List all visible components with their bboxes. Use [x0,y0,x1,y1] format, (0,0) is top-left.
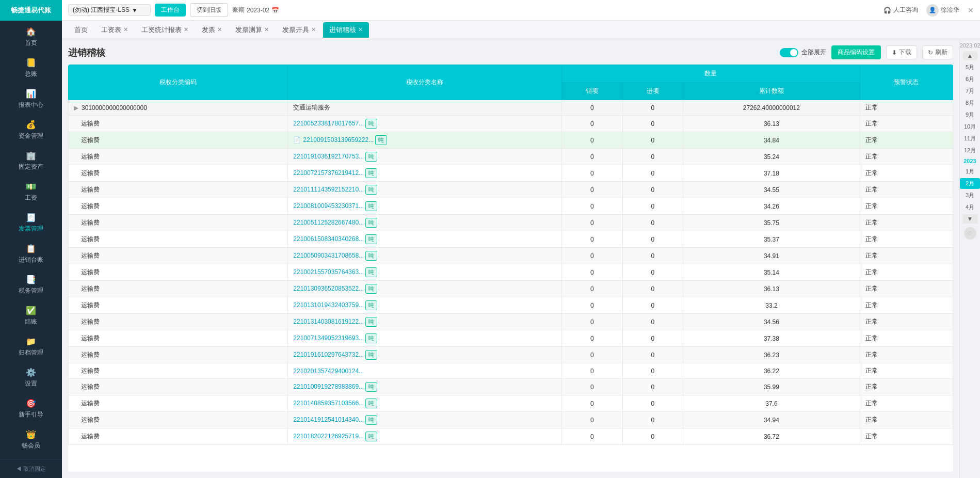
cell-jinxiang: 0 [622,379,683,395]
sidebar-item-assets[interactable]: 🏢 固定资产 [0,145,62,176]
cell-xiaoxiang: 0 [562,428,623,445]
tab-close-icon[interactable]: ✕ [311,26,316,33]
rp-month-8[interactable]: 8月 [960,98,980,108]
sidebar-item-sales[interactable]: 📋 进销台账 [0,237,62,268]
user-profile[interactable]: 👤 徐淦华 [926,4,959,17]
table-row: 运输费2210051125282667480... 吨0035.75正常 [69,215,953,231]
cell-leiji: 36.72 [683,428,860,445]
rp-month-7[interactable]: 7月 [960,86,980,97]
tab-close-icon[interactable]: ✕ [358,26,363,33]
cell-invoice-id: 2210191036192170753... 吨 [288,149,562,165]
sidebar-item-settings[interactable]: ⚙️ 设置 [0,361,62,392]
sidebar-collapse[interactable]: ◀ 取消固定 [0,459,62,478]
sidebar-item-ledger[interactable]: 📒 总账 [0,52,62,83]
funds-icon: 💰 [26,120,36,130]
cell-invoice-id: 2210131403081619122... 吨 [288,314,562,330]
cell-status: 正常 [860,264,953,281]
download-button[interactable]: ⬇ 下载 [886,45,917,59]
table-row: 运输费2210081009453230371... 吨0034.26正常 [69,198,953,215]
sidebar-item-reports[interactable]: 📊 报表中心 [0,83,62,114]
cell-invoice-id: 2210081009453230371... 吨 [288,198,562,215]
tab-invoice[interactable]: 发票 ✕ [196,22,228,38]
cell-invoice-id: 📄2210091503139659222... 吨 [288,132,562,149]
cell-status: 正常 [860,198,953,215]
tab-close-icon[interactable]: ✕ [217,26,222,33]
tab-reconcile-label: 进销稽核 [329,25,356,35]
sidebar-item-salary[interactable]: 💵 工资 [0,176,62,206]
tab-close-icon[interactable]: ✕ [264,26,269,33]
sidebar-item-archive[interactable]: 📁 归档管理 [0,330,62,361]
salary-icon: 💵 [26,182,36,192]
cell-leiji: 36.23 [683,347,860,363]
cell-status: 正常 [860,412,953,428]
cell-xiaoxiang: 0 [562,132,623,149]
sidebar-item-checkout[interactable]: ✅ 结账 [0,299,62,330]
rp-month-5[interactable]: 5月 [960,62,980,73]
cell-status: 正常 [860,347,953,363]
rp-month-12[interactable]: 12月 [960,145,980,156]
tab-close-icon[interactable]: ✕ [123,26,128,33]
sidebar: 畅捷通易代账 🏠 首页 📒 总账 📊 报表中心 💰 资金管理 🏢 固定资产 💵 … [0,0,62,478]
tab-home[interactable]: 首页 [68,22,94,38]
username: 徐淦华 [941,6,959,14]
tab-salary-report[interactable]: 工资统计报表 ✕ [135,22,195,38]
cell-xiaoxiang: 0 [562,330,623,347]
col-status-header: 预警状态 [860,65,953,100]
workbench-button[interactable]: 工作台 [155,4,186,17]
checkout-icon: ✅ [26,306,36,315]
table-row: 运输费2210131403081619122... 吨0034.56正常 [69,314,953,330]
switch-version-button[interactable]: 切到旧版 [190,3,228,17]
cell-leiji: 27262.40000000012 [683,100,860,116]
sidebar-item-label: 结账 [25,317,37,326]
refresh-button[interactable]: ↻ 刷新 [922,45,953,59]
cell-code: 运输费 [69,297,288,314]
rp-down-button[interactable]: ▼ [963,214,977,224]
data-table-wrapper: 税收分类编码 税收分类名称 数量 预警状态 销项 进项 累计数额 ▶301000… [68,65,953,472]
sidebar-item-home[interactable]: 🏠 首页 [0,21,62,52]
tab-salary-table[interactable]: 工资表 ✕ [95,22,134,38]
cell-code: 运输费 [69,330,288,347]
sidebar-item-funds[interactable]: 💰 资金管理 [0,114,62,145]
tag-wu: 吨 [365,251,377,261]
rp-month-11[interactable]: 11月 [960,133,980,144]
service-link[interactable]: 🎧 人工咨询 [883,6,918,14]
cell-jinxiang: 0 [622,100,683,116]
rp-month-6[interactable]: 6月 [960,74,980,85]
cell-invoice-id: 2210050903431708658... 吨 [288,248,562,264]
tab-reconcile[interactable]: 进销稽核 ✕ [323,22,369,38]
table-row: 运输费2210061508340340268... 吨0035.37正常 [69,231,953,248]
rp-month-2[interactable]: 2月 [960,178,980,189]
company-selector[interactable]: (勿动) 江西报宝-LSS ▼ [68,4,151,16]
cell-leiji: 34.84 [683,132,860,149]
rp-month-3[interactable]: 3月 [960,190,980,201]
rp-month-1[interactable]: 1月 [960,166,980,177]
rp-month-4[interactable]: 4月 [960,202,980,213]
cell-status: 正常 [860,314,953,330]
sidebar-item-label: 资金管理 [19,132,43,140]
cell-code: 运输费 [69,314,288,330]
rp-month-9[interactable]: 9月 [960,109,980,120]
cell-leiji: 37.6 [683,395,860,412]
rp-up-button[interactable]: ▲ [963,51,977,60]
calendar-icon[interactable]: 📅 [271,7,279,14]
cell-xiaoxiang: 0 [562,379,623,395]
cell-leiji: 34.56 [683,314,860,330]
cell-jinxiang: 0 [622,264,683,281]
product-code-settings-button[interactable]: 商品编码设置 [831,45,881,59]
sidebar-item-member[interactable]: 👑 畅会员 [0,423,62,454]
rp-month-10[interactable]: 10月 [960,121,980,132]
table-row: ▶3010000000000000000交通运输服务0027262.400000… [69,100,953,116]
tab-invoice-calc[interactable]: 发票测算 ✕ [229,22,275,38]
cell-code: 运输费 [69,132,288,149]
period-value: 2023-02 [247,7,269,14]
sidebar-item-invoice[interactable]: 🧾 发票管理 [0,206,62,237]
sales-icon: 📋 [26,244,36,253]
expand-toggle[interactable] [780,48,798,57]
cell-jinxiang: 0 [622,198,683,215]
tab-close-icon[interactable]: ✕ [184,26,188,33]
close-button[interactable]: ✕ [968,6,974,14]
tab-invoice-issue[interactable]: 发票开具 ✕ [276,22,322,38]
sidebar-item-label: 发票管理 [19,225,43,233]
sidebar-item-tax[interactable]: 📑 税务管理 [0,268,62,299]
sidebar-item-guide[interactable]: 🎯 新手引导 [0,392,62,423]
